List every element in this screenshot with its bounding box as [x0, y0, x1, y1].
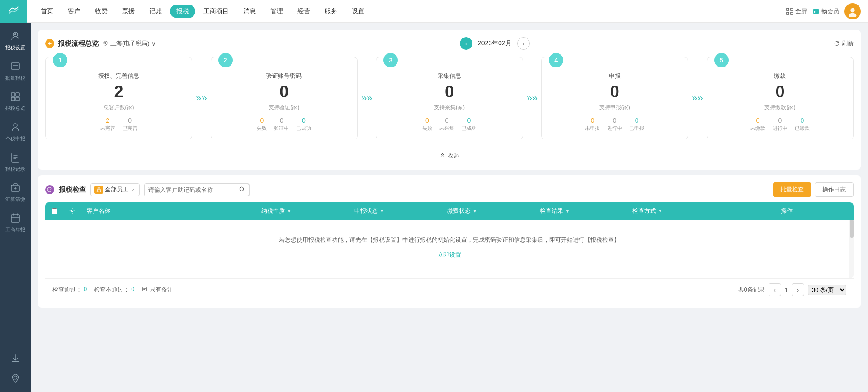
svg-point-20 [14, 376, 17, 379]
search-button[interactable] [235, 184, 249, 196]
employee-filter[interactable]: 员 全部员工 [90, 183, 140, 196]
step-3-title: 采集信息 [438, 72, 461, 80]
step-4-count: 0 [610, 84, 619, 100]
step-2-card: 2 验证账号密码 0 支持验证(家) 0 失败 0 验证中 [211, 57, 358, 139]
stat-item: 0 未申报 [585, 117, 600, 132]
nav-item-message[interactable]: 消息 [237, 5, 262, 18]
svg-rect-3 [791, 12, 793, 14]
operation-log-btn[interactable]: 操作日志 [815, 182, 854, 197]
pagination: 共0条记录 ‹ 1 › 30 条/页 50 条/页 100 条/页 [738, 283, 846, 296]
sidebar-item-annual-report[interactable]: 工商年报 [0, 208, 31, 237]
fullscreen-btn[interactable]: 全屏 [786, 7, 807, 15]
nav-item-tax[interactable]: 报税 [170, 5, 195, 18]
sidebar-item-download[interactable] [7, 349, 24, 368]
table-body-container: 若您想使用报税检查功能，请先在【报税设置】中进行报税的初始化设置，完成密码验证和… [45, 220, 854, 278]
action-buttons: 批量检查 操作日志 [773, 182, 854, 197]
main-container: 报税设置 批量报税 报税总览 个税申报 报税记录 [0, 23, 868, 392]
step-1-card: 1 授权、完善信息 2 总客户数(家) 2 未完善 0 已完善 [45, 57, 192, 139]
step-5-title: 缴款 [774, 72, 786, 80]
th-declare: 申报状态 ▼ [349, 202, 442, 220]
nav-item-home[interactable]: 首页 [34, 5, 60, 18]
step-2-num: 2 [218, 53, 233, 67]
empty-message: 若您想使用报税检查功能，请先在【报税设置】中进行报税的初始化设置，完成密码验证和… [279, 234, 620, 245]
collapse-btn[interactable]: 收起 [437, 149, 462, 163]
check-icon [45, 185, 54, 194]
stat-item: 0 失败 [257, 117, 267, 132]
sidebar-item-personal-tax[interactable]: 个税申报 [0, 117, 31, 146]
batch-tax-icon [9, 60, 22, 73]
step-3-count: 0 [445, 84, 454, 100]
top-navigation: 首页 客户 收费 票据 记账 报税 工商项目 消息 管理 经营 服务 设置 全屏… [0, 0, 868, 23]
plus-icon: + [45, 39, 54, 48]
pass-count[interactable]: 0 [84, 286, 87, 294]
current-page: 1 [785, 287, 788, 293]
step-2-count: 0 [279, 84, 288, 100]
scrollbar-track[interactable] [849, 220, 854, 278]
table-footer: 检查通过： 0 检查不通过： 0 只有备注 共0条记录 ‹ 1 [45, 278, 854, 301]
nav-item-operation[interactable]: 经营 [291, 5, 316, 18]
table-empty-state: 若您想使用报税检查功能，请先在【报税设置】中进行报税的初始化设置，完成密码验证和… [45, 220, 854, 274]
step-1-sub: 总客户数(家) [104, 104, 134, 111]
stat-item: 0 已完善 [123, 117, 137, 132]
step-arrow-4: »» [688, 57, 706, 139]
sidebar-item-tax-settings[interactable]: 报税设置 [0, 26, 31, 55]
sidebar-bottom [7, 349, 24, 388]
stat-item: 0 已成功 [296, 117, 311, 132]
nav-item-settings[interactable]: 设置 [345, 5, 371, 18]
th-checkbox [45, 204, 63, 219]
card-title: 报税流程总览 [58, 39, 99, 48]
stat-item: 0 验证中 [274, 117, 289, 132]
select-all-checkbox[interactable] [52, 208, 57, 214]
batch-check-btn[interactable]: 批量检查 [773, 182, 811, 197]
stat-item: 0 进行中 [773, 117, 788, 132]
step-4-num: 4 [549, 53, 563, 67]
prev-page-btn[interactable]: ‹ [769, 283, 781, 296]
section-title: 报税检查 [59, 186, 86, 194]
next-page-btn[interactable]: › [792, 283, 804, 296]
vip-btn[interactable]: ▶ 畅会员 [812, 7, 839, 15]
nav-item-service[interactable]: 服务 [318, 5, 344, 18]
tax-overview-card: + 报税流程总览 上海(电子税局) ∨ ‹ 2023年02月 › 刷新 [38, 30, 861, 170]
per-page-select[interactable]: 30 条/页 50 条/页 100 条/页 [808, 285, 846, 295]
nav-item-commerce[interactable]: 工商项目 [197, 5, 235, 18]
nav-item-customer[interactable]: 客户 [61, 5, 87, 18]
prev-month-btn[interactable]: ‹ [460, 37, 472, 50]
content-area: + 报税流程总览 上海(电子税局) ∨ ‹ 2023年02月 › 刷新 [31, 23, 868, 392]
setup-link[interactable]: 立即设置 [438, 251, 461, 259]
svg-point-16 [14, 124, 17, 127]
steps-row: 1 授权、完善信息 2 总客户数(家) 2 未完善 0 已完善 [45, 57, 854, 139]
refresh-btn[interactable]: 刷新 [834, 39, 854, 48]
svg-rect-19 [11, 215, 19, 222]
sidebar-item-location[interactable] [7, 368, 24, 388]
table-header: 客户名称 纳税性质 ▼ 申报状态 ▼ 缴费状态 ▼ 检查 [45, 202, 854, 220]
svg-rect-15 [16, 97, 19, 101]
svg-rect-25 [143, 287, 147, 291]
sidebar-item-settlement[interactable]: 汇算清缴 [0, 178, 31, 206]
svg-point-10 [14, 33, 16, 35]
sidebar-item-batch-tax[interactable]: 批量报税 [0, 57, 31, 85]
employee-icon: 员 [94, 186, 103, 194]
location-tag[interactable]: 上海(电子税局) ∨ [102, 39, 156, 48]
nav-item-fees[interactable]: 收费 [89, 5, 114, 18]
footer-fail: 检查不通过： 0 [94, 286, 134, 294]
svg-rect-13 [16, 93, 19, 96]
step-arrow-2: »» [358, 57, 376, 139]
sidebar-item-tax-overview[interactable]: 报税总览 [0, 87, 31, 115]
step-5-card: 5 缴款 0 支持缴款(家) 0 未缴款 0 进行中 [707, 57, 854, 139]
avatar[interactable] [844, 3, 861, 19]
svg-rect-12 [11, 93, 15, 96]
step-3-card: 3 采集信息 0 支持采集(家) 0 失败 0 未采集 [376, 57, 523, 139]
next-month-btn[interactable]: › [517, 37, 530, 50]
nav-item-manage[interactable]: 管理 [264, 5, 289, 18]
th-type: 纳税性质 ▼ [256, 202, 349, 220]
search-input[interactable] [145, 185, 235, 195]
step-5-stats: 0 未缴款 0 进行中 0 已缴款 [750, 117, 810, 132]
total-records: 共0条记录 [738, 286, 765, 294]
fail-count[interactable]: 0 [131, 286, 134, 294]
nav-item-accounting[interactable]: 记账 [143, 5, 168, 18]
sidebar-item-tax-record[interactable]: 报税记录 [0, 148, 31, 176]
step-5-sub: 支持缴款(家) [764, 104, 795, 111]
footer-pass: 检查通过： 0 [52, 286, 87, 294]
nav-item-invoice[interactable]: 票据 [116, 5, 141, 18]
svg-rect-2 [787, 12, 789, 14]
